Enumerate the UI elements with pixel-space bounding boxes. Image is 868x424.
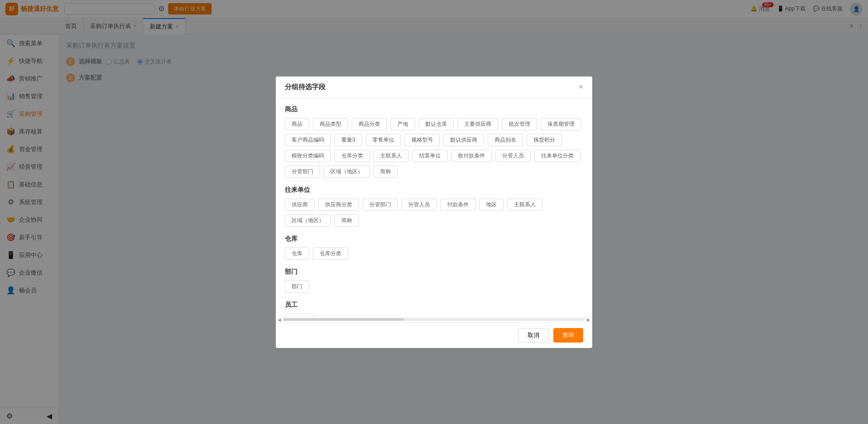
- modal-body: 商品 商品 商品类型 商品分类 产地 默认仓库 主要供应商 批次管理 保质期管理…: [276, 98, 592, 317]
- field-tag[interactable]: 仓库分类: [313, 248, 348, 260]
- field-tags-warehouse: 仓库 仓库分类: [285, 248, 583, 260]
- field-tag[interactable]: 简称: [373, 166, 398, 178]
- field-group-partner: 往来单位 供应商 供应商分类 分管部门 分管人员 付款条件 地区 主联系人 区域…: [285, 186, 583, 227]
- field-tag[interactable]: 结算单位: [412, 150, 448, 162]
- field-tag[interactable]: 商品: [285, 118, 309, 130]
- modal-overlay: 分组待选字段 × 商品 商品 商品类型 商品分类 产地 默认仓库 主要供应商 批…: [0, 0, 868, 424]
- hscroll-right-arrow[interactable]: ▶: [587, 317, 590, 322]
- field-tags-dept: 部门: [285, 281, 583, 293]
- field-group-goods: 商品 商品 商品类型 商品分类 产地 默认仓库 主要供应商 批次管理 保质期管理…: [285, 105, 583, 178]
- field-tag[interactable]: 主联系人: [373, 150, 409, 162]
- field-tag[interactable]: 产地: [391, 118, 415, 130]
- field-tag[interactable]: 默认供应商: [443, 134, 484, 146]
- cancel-button[interactable]: 取消: [518, 328, 549, 343]
- field-tag[interactable]: 往来单位分类: [534, 150, 580, 162]
- field-select-modal: 分组待选字段 × 商品 商品 商品类型 商品分类 产地 默认仓库 主要供应商 批…: [276, 76, 592, 348]
- field-tag[interactable]: 区域（地区）: [285, 214, 331, 227]
- field-tag[interactable]: 仓库: [285, 248, 309, 260]
- confirm-button[interactable]: 查询: [553, 328, 583, 343]
- field-group-goods-title: 商品: [285, 105, 583, 114]
- field-tag[interactable]: 零售单位: [366, 134, 401, 146]
- field-group-warehouse: 仓库 仓库 仓库分类: [285, 235, 583, 260]
- field-tag[interactable]: 部门: [285, 281, 309, 293]
- field-tag[interactable]: 分管人员: [495, 150, 531, 162]
- modal-title: 分组待选字段: [285, 83, 326, 91]
- field-tag[interactable]: 重量3: [335, 134, 362, 146]
- field-tag[interactable]: 供应商分类: [318, 199, 359, 211]
- field-tags-partner: 供应商 供应商分类 分管部门 分管人员 付款条件 地区 主联系人 区域（地区） …: [285, 199, 583, 227]
- field-tag[interactable]: 付款条件: [440, 199, 476, 211]
- field-group-staff-title: 员工: [285, 301, 583, 309]
- field-tags-goods: 商品 商品类型 商品分类 产地 默认仓库 主要供应商 批次管理 保质期管理 客户…: [285, 118, 583, 178]
- modal-close-button[interactable]: ×: [578, 83, 583, 91]
- field-group-staff: 员工 业务员: [285, 301, 583, 317]
- field-tag[interactable]: 地区: [479, 199, 504, 211]
- field-tag[interactable]: 区域（地区）: [324, 166, 370, 178]
- field-group-partner-title: 往来单位: [285, 186, 583, 194]
- field-tag[interactable]: 商品别名: [488, 134, 523, 146]
- hscroll-thumb: [283, 318, 404, 321]
- field-tag[interactable]: 供应商: [285, 199, 315, 211]
- field-group-dept: 部门 部门: [285, 268, 583, 293]
- field-tag[interactable]: 业务员: [285, 314, 315, 317]
- field-tag[interactable]: 主要供应商: [458, 118, 498, 130]
- hscroll-left-arrow[interactable]: ◀: [278, 317, 281, 322]
- field-tag[interactable]: 分管人员: [401, 199, 437, 211]
- field-tag[interactable]: 仓库分类: [335, 150, 370, 162]
- field-tag[interactable]: 商品类型: [313, 118, 348, 130]
- field-group-warehouse-title: 仓库: [285, 235, 583, 243]
- field-tag[interactable]: 简称: [335, 214, 359, 227]
- field-tag[interactable]: 批次管理: [502, 118, 537, 130]
- field-tag[interactable]: 规格型号: [405, 134, 440, 146]
- field-tag[interactable]: 主联系人: [507, 199, 542, 211]
- field-tag[interactable]: 税收分类编码: [285, 150, 331, 162]
- field-tag[interactable]: 客户商品编码: [285, 134, 331, 146]
- modal-hscroll: ◀ ▶: [276, 317, 592, 322]
- field-tag[interactable]: 保质期管理: [541, 118, 581, 130]
- modal-footer: 取消 查询: [276, 322, 592, 348]
- field-tag[interactable]: 分管部门: [363, 199, 398, 211]
- field-tag[interactable]: 拣货积分: [527, 134, 562, 146]
- field-tag[interactable]: 默认仓库: [419, 118, 454, 130]
- field-tag[interactable]: 分管部门: [285, 166, 320, 178]
- field-group-dept-title: 部门: [285, 268, 583, 276]
- modal-header: 分组待选字段 ×: [276, 76, 592, 98]
- field-tag[interactable]: 商品分类: [352, 118, 387, 130]
- field-tag[interactable]: 收付款条件: [451, 150, 492, 162]
- field-tags-staff: 业务员: [285, 314, 583, 317]
